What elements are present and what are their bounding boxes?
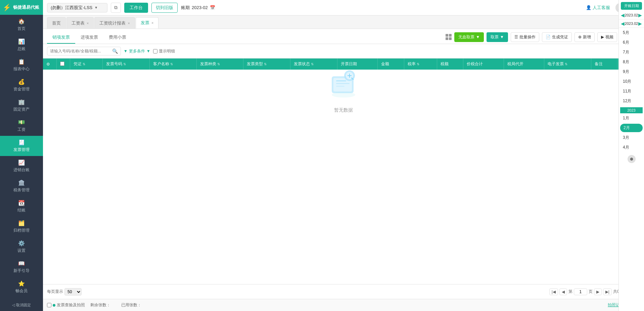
svg-rect-9 <box>336 83 350 84</box>
month-label: 5月 <box>623 30 629 36</box>
show-detail-checkbox-label[interactable]: 显示明细 <box>153 48 175 54</box>
per-page-select[interactable]: 50 100 200 <box>64 288 82 296</box>
sidebar-item-label: 新手引导 <box>13 268 30 274</box>
empty-icon <box>327 70 360 103</box>
tab-home[interactable]: 首页 <box>47 17 66 29</box>
month-label: 8月 <box>623 59 629 65</box>
th-total: 价税合计 <box>463 59 504 70</box>
month-item-5[interactable]: 5月 <box>619 28 644 38</box>
show-detail-label: 显示明细 <box>159 48 175 54</box>
date-sidebar-bottom: ⊕ <box>619 152 644 166</box>
subtab-sales-invoice[interactable]: 销项发票 <box>47 32 75 44</box>
switch-version-button[interactable]: 切到旧版 <box>151 3 178 13</box>
date-bottom-icon[interactable]: ⊕ <box>628 155 636 163</box>
month-item-2023-1[interactable]: 1月 <box>619 113 644 123</box>
month-item-2023-4[interactable]: 4月 <box>619 143 644 152</box>
sidebar-item-funds[interactable]: 💰 资金管理 <box>0 75 43 95</box>
sidebar-item-membership[interactable]: ⭐ 畅会员 <box>0 277 43 297</box>
show-detail-checkbox[interactable] <box>153 49 157 53</box>
sidebar-item-label: 进销台账 <box>13 167 30 173</box>
sidebar-item-close[interactable]: 📆 结账 <box>0 196 43 217</box>
report-icon: 📋 <box>18 59 25 65</box>
month-item-2023-3[interactable]: 3月 <box>619 133 644 143</box>
prev-page-button[interactable]: ◀ <box>559 288 567 295</box>
sidebar-item-fixed-assets[interactable]: 🏢 固定资产 <box>0 95 43 116</box>
search-input[interactable] <box>50 49 110 53</box>
customer-service-btn[interactable]: 👤 人工客服 <box>586 5 610 11</box>
invoice-check-checkbox[interactable] <box>47 303 51 307</box>
sidebar-item-invoice-mgmt[interactable]: 🧾 发票管理 <box>0 136 43 156</box>
select-all-checkbox[interactable] <box>60 62 64 66</box>
sidebar-item-general-ledger[interactable]: 📊 总账 <box>0 35 43 55</box>
sidebar-item-payroll[interactable]: 💵 工资 <box>0 116 43 136</box>
tab-home-label: 首页 <box>52 20 61 26</box>
empty-state: 暂无数据 <box>43 70 644 113</box>
sidebar-item-home[interactable]: 🏠 首页 <box>0 15 43 35</box>
page-input[interactable] <box>574 288 587 295</box>
draw-ticket-button[interactable]: 取票 ▼ <box>487 32 508 42</box>
date-row-2-label: 2023.02 <box>625 22 638 26</box>
tab-invoice-close[interactable]: × <box>151 21 153 25</box>
invoice-icon: 🧾 <box>18 139 25 146</box>
generate-voucher-button[interactable]: 📄 生成凭证 <box>542 32 572 42</box>
sales-icon: 📈 <box>18 159 25 166</box>
more-filter-button[interactable]: ▼ 更多条件 ▼ <box>124 48 150 54</box>
month-item-9[interactable]: 9月 <box>619 67 644 77</box>
month-item-7[interactable]: 7月 <box>619 47 644 57</box>
month-item-8[interactable]: 8月 <box>619 57 644 67</box>
table-container: ⚙ 凭证 ⇅ 发票号码 <box>43 59 644 284</box>
date-next-button-1[interactable]: ▶ <box>638 12 642 18</box>
next-page-button[interactable]: ▶ <box>594 288 602 295</box>
copy-button[interactable]: ⧉ <box>111 3 121 13</box>
tab-payroll[interactable]: 工资表 × <box>66 17 94 29</box>
sidebar-item-reports[interactable]: 📋 报表中心 <box>0 55 43 75</box>
month-item-10[interactable]: 10月 <box>619 77 644 86</box>
date-prev-button-2[interactable]: ◀ <box>621 21 625 26</box>
open-period-button[interactable]: 开账日期 <box>621 2 642 10</box>
last-page-button[interactable]: ▶| <box>603 288 612 295</box>
tab-payroll-stats[interactable]: 工资统计报表 × <box>94 17 135 29</box>
search-icon[interactable]: 🔍 <box>112 48 118 54</box>
month-label: 3月 <box>623 135 629 141</box>
date-next-button-2[interactable]: ▶ <box>638 21 642 26</box>
date-prev-button-1[interactable]: ◀ <box>621 12 625 18</box>
collapse-icon: ◁ <box>12 303 15 307</box>
batch-ops-label: 批量操作 <box>519 34 536 40</box>
sidebar-item-archive[interactable]: 🗂️ 归档管理 <box>0 217 43 237</box>
grid-view-icon[interactable] <box>446 34 452 40</box>
no-draw-ticket-button[interactable]: 无血取票 ▼ <box>454 32 484 42</box>
first-page-button[interactable]: |◀ <box>549 288 558 295</box>
tab-payroll-stats-label: 工资统计报表 <box>99 20 126 26</box>
video-button[interactable]: ▶ 视频 <box>597 32 617 42</box>
invoice-table: ⚙ 凭证 ⇅ 发票号码 <box>43 59 644 70</box>
month-item-12[interactable]: 12月 <box>619 96 644 106</box>
month-item-11[interactable]: 11月 <box>619 86 644 96</box>
period-label: 账期 <box>181 5 190 11</box>
sort-icon: ⇅ <box>565 62 567 66</box>
company-selector[interactable]: (勿删）江西股宝-LSS ▼ <box>47 3 107 12</box>
sidebar-item-tax-mgmt[interactable]: 🏛️ 税务管理 <box>0 176 43 196</box>
month-item-2023-2[interactable]: 2月 <box>620 124 643 132</box>
month-label: 6月 <box>623 40 629 45</box>
sidebar-item-sales-ledger[interactable]: 📈 进销台账 <box>0 156 43 176</box>
sort-icon: ⇅ <box>417 62 419 66</box>
tab-payroll-close[interactable]: × <box>87 21 89 25</box>
sidebar-collapse-btn[interactable]: ◁ 取消固定 <box>1 300 42 310</box>
th-invoice-no: 发票号码 ⇅ <box>103 59 150 70</box>
subtab-expense-receipt[interactable]: 费用小票 <box>103 32 132 44</box>
sidebar-item-guide[interactable]: 📖 新手引导 <box>0 257 43 277</box>
workbench-button[interactable]: 工作台 <box>124 3 148 13</box>
open-period-label: 开账日期 <box>624 4 639 8</box>
month-item-6[interactable]: 6月 <box>619 38 644 47</box>
sort-icon: ⇅ <box>170 62 173 66</box>
batch-ops-button[interactable]: ☰ 批量操作 <box>511 32 539 42</box>
settings-icon[interactable]: ⚙ <box>46 62 50 67</box>
ledger-icon: 📊 <box>18 38 25 45</box>
period-value: 2023-02 <box>192 5 208 10</box>
tab-payroll-stats-close[interactable]: × <box>128 21 130 25</box>
subtab-purchase-invoice[interactable]: 进项发票 <box>75 32 103 44</box>
tab-invoice[interactable]: 发票 × <box>136 17 158 29</box>
new-button[interactable]: ⊕ 新增 <box>574 32 595 42</box>
th-settings: ⚙ <box>43 59 56 70</box>
sidebar-item-settings[interactable]: ⚙️ 设置 <box>0 237 43 257</box>
